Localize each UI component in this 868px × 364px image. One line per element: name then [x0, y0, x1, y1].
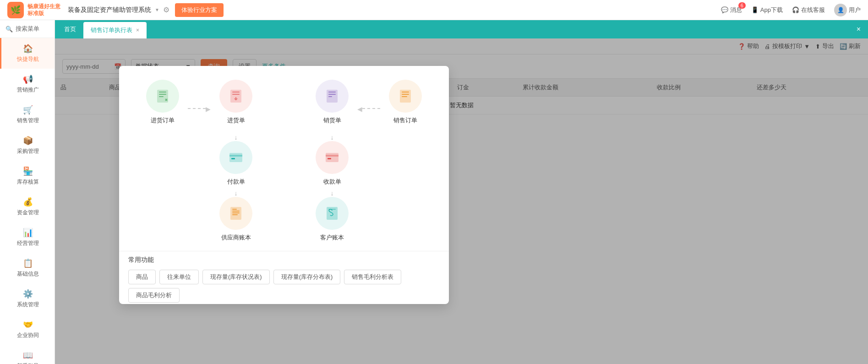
svg-rect-23 — [232, 211, 240, 212]
sidebar-item-label: 库存核算 — [17, 178, 39, 186]
sidebar-item-collab[interactable]: 🤝 企业协同 — [0, 314, 55, 345]
sidebar-item-purchase[interactable]: 📦 采购管理 — [0, 130, 55, 161]
sales-icon: 🛒 — [23, 105, 33, 115]
flow-node-supplier-ledger[interactable]: 供应商账本 — [211, 197, 261, 242]
popup-overlay: 进货订单 ▶ — [55, 38, 868, 364]
svg-rect-20 — [328, 158, 331, 159]
flow-node-sales-order[interactable]: 销售订单 — [380, 80, 431, 125]
purchase-bill-label: 进货单 — [227, 116, 245, 125]
sidebar-item-inventory[interactable]: 🏪 库存核算 — [0, 161, 55, 191]
finance-icon: 💰 — [23, 197, 33, 207]
svg-rect-22 — [232, 209, 237, 210]
flow-node-payment[interactable]: 付款单 — [211, 141, 261, 186]
sidebar-item-label: 系统管理 — [17, 301, 39, 309]
top-bar-right: 💬 消息 6 📱 App下载 🎧 在线客服 👤 用户 — [721, 4, 861, 16]
flow-node-purchase-bill[interactable]: 进货单 — [211, 80, 261, 125]
online-service-button[interactable]: 🎧 在线客服 — [792, 6, 825, 14]
func-product[interactable]: 商品 — [128, 270, 156, 284]
sidebar-item-label: 经营管理 — [17, 239, 39, 247]
system-title: 装备及固定资产辅助管理系统 — [68, 6, 151, 14]
flow-node-purchase-order[interactable]: 进货订单 — [137, 80, 188, 125]
sidebar-item-label: 采购管理 — [17, 147, 39, 155]
flow-row-3: 供应商账本 — [137, 197, 431, 242]
top-bar-left: 🌿 畅康通好生意 标准版 装备及固定资产辅助管理系统 ▼ ⚙ 体验行业方案 — [7, 2, 224, 18]
supplier-ledger-circle — [219, 197, 252, 230]
svg-rect-12 — [402, 92, 409, 92]
func-product-margin[interactable]: 商品毛利分析 — [128, 288, 180, 303]
sidebar-item-basic[interactable]: 📋 基础信息 — [0, 253, 55, 283]
sidebar-item-finance[interactable]: 💰 资金管理 — [0, 191, 55, 222]
message-button[interactable]: 💬 消息 6 — [721, 6, 742, 14]
logo-text: 畅康通好生意 标准版 — [27, 3, 60, 16]
message-icon: 💬 — [721, 6, 728, 13]
purchase-icon: 📦 — [23, 136, 33, 146]
sidebar-item-label: 快捷导航 — [17, 55, 39, 63]
sales-order-circle — [389, 80, 422, 113]
flow-row-arrows: ↓ ↓ — [137, 134, 431, 141]
flow-area: 进货订单 ▶ — [119, 66, 449, 251]
search-menu[interactable]: 🔍 搜索菜单 — [0, 20, 55, 38]
payment-label: 付款单 — [227, 178, 245, 186]
guide-icon: 📖 — [23, 350, 33, 360]
sidebar-item-sales[interactable]: 🛒 销售管理 — [0, 99, 55, 130]
func-stock-dist[interactable]: 现存量(库存分布表) — [273, 270, 341, 284]
svg-rect-25 — [232, 214, 238, 215]
operations-icon: 📊 — [23, 228, 33, 238]
sidebar-item-marketing[interactable]: 📢 营销推广 — [0, 69, 55, 99]
customer-ledger-label: 客户账本 — [320, 234, 344, 242]
page-content: ❓ 帮助 🖨 按模板打印 ▼ ⬆ 导出 🔄 — [55, 38, 868, 364]
inventory-icon: 🏪 — [23, 166, 33, 176]
sidebar-item-system[interactable]: ⚙️ 系统管理 — [0, 283, 55, 314]
search-icon: 🔍 — [5, 26, 13, 33]
svg-rect-5 — [232, 92, 240, 92]
svg-rect-15 — [229, 153, 242, 162]
home-icon: 🏠 — [23, 43, 33, 54]
flow-row-2: 付款单 — [137, 141, 431, 186]
sidebar-item-quick[interactable]: 🏠 快捷导航 — [0, 38, 55, 69]
system-icon: ⚙️ — [23, 289, 33, 299]
common-functions: 常用功能 商品 往来单位 现存量(库存状况表) 现存量(库存分布表) 销售毛利分… — [119, 251, 449, 304]
collab-icon: 🤝 — [23, 320, 33, 330]
svg-rect-13 — [402, 94, 409, 95]
sidebar-item-label: 资金管理 — [17, 209, 39, 217]
user-menu[interactable]: 👤 用户 — [834, 4, 861, 16]
svg-rect-14 — [402, 96, 407, 97]
receipt-circle — [316, 141, 349, 174]
settings-icon[interactable]: ⚙ — [163, 5, 169, 14]
download-icon: 📱 — [751, 6, 759, 13]
flow-node-customer-ledger[interactable]: 客户账本 — [307, 197, 357, 242]
sidebar-item-guide[interactable]: 📖 新手引导 — [0, 345, 55, 364]
marketing-icon: 📢 — [23, 74, 33, 84]
svg-rect-16 — [229, 155, 242, 157]
flow-node-receipt[interactable]: 收款单 — [307, 141, 357, 186]
app-download-button[interactable]: 📱 App下载 — [751, 6, 783, 14]
func-sales-margin[interactable]: 销售毛利分析表 — [344, 270, 401, 284]
svg-rect-17 — [231, 158, 235, 159]
message-badge: 6 — [738, 2, 746, 9]
sidebar-item-operations[interactable]: 📊 经营管理 — [0, 222, 55, 253]
flow-node-sales-bill[interactable]: 销货单 — [307, 80, 357, 125]
common-functions-title: 常用功能 — [128, 256, 440, 264]
sidebar-item-label: 新手引导 — [17, 362, 39, 364]
svg-rect-6 — [232, 94, 240, 95]
sales-bill-circle — [316, 80, 349, 113]
close-all-tabs-button[interactable]: × — [851, 25, 866, 33]
tab-home[interactable]: 首页 — [57, 20, 83, 38]
svg-rect-24 — [232, 212, 240, 213]
receipt-label: 收款单 — [323, 178, 341, 186]
func-counterpart[interactable]: 往来单位 — [159, 270, 199, 284]
payment-circle — [219, 141, 252, 174]
logo-area: 🌿 畅康通好生意 标准版 — [7, 2, 62, 18]
svg-rect-10 — [328, 96, 332, 97]
dropdown-arrow-icon[interactable]: ▼ — [155, 7, 159, 12]
tab-sales-order[interactable]: 销售订单执行表 × — [83, 22, 147, 38]
trial-button[interactable]: 体验行业方案 — [175, 3, 224, 17]
tab-close-icon[interactable]: × — [136, 27, 139, 33]
basic-icon: 📋 — [23, 258, 33, 268]
tabs-bar: 首页 销售订单执行表 × × — [55, 20, 868, 38]
svg-rect-8 — [328, 92, 336, 92]
function-buttons: 商品 往来单位 现存量(库存状况表) 现存量(库存分布表) 销售毛利分析表 商品… — [128, 270, 440, 303]
func-stock-status[interactable]: 现存量(库存状况表) — [202, 270, 270, 284]
sidebar-item-label: 基础信息 — [17, 270, 39, 278]
popup: 进货订单 ▶ — [119, 66, 449, 304]
